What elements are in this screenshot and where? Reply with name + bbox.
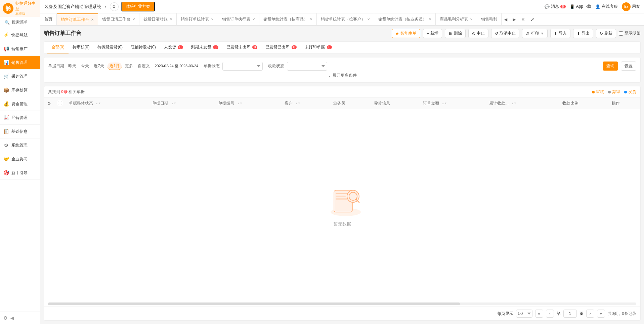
date-quick-today[interactable]: 今天 bbox=[80, 63, 90, 70]
experience-button[interactable]: 体验行业方案 bbox=[121, 2, 155, 11]
tab-sales-exec[interactable]: 销售订单执行表 ✕ bbox=[218, 13, 259, 25]
tab-cash-reconcile[interactable]: 钱货日清对账 ✕ bbox=[139, 13, 177, 25]
tab-maximize-icon[interactable]: ⤢ bbox=[528, 17, 537, 22]
total-info: 共0页，0条记录 bbox=[608, 311, 636, 317]
filter-tab-shop-pending[interactable]: 旺铺待发货(0) bbox=[127, 42, 160, 53]
sort-accumulated-icon[interactable]: ▲▼ bbox=[511, 102, 516, 105]
sort-customer-icon[interactable]: ▲▼ bbox=[295, 102, 300, 105]
print-button[interactable]: 🖨 打印 ▼ bbox=[522, 29, 548, 38]
sidebar-settings-icon[interactable]: ⚙ bbox=[3, 315, 8, 321]
refresh-button[interactable]: ↻ 刷新 bbox=[596, 29, 616, 38]
tab-sales-by-product[interactable]: 销货单统计表（按商品） ✕ bbox=[259, 13, 317, 25]
tab-sales-profit[interactable]: 销售毛利 bbox=[477, 13, 502, 25]
ship-action-btn[interactable]: 发货 bbox=[624, 89, 636, 95]
sort-status-icon[interactable]: ▲▼ bbox=[95, 102, 101, 105]
cancel-stop-button[interactable]: ↺ 取消中止 bbox=[491, 29, 519, 38]
sidebar-item-finance[interactable]: 💰 资金管理 bbox=[0, 97, 40, 111]
sidebar-item-operation[interactable]: 📈 经营管理 bbox=[0, 111, 40, 125]
page-next-btn[interactable]: › bbox=[586, 310, 594, 318]
message-btn[interactable]: 💬 消息 6 bbox=[545, 4, 566, 9]
sidebar-item-enterprise[interactable]: 🤝 企业协同 bbox=[0, 152, 40, 166]
select-all-checkbox[interactable] bbox=[58, 101, 62, 105]
stop-button[interactable]: ⊘ 中止 bbox=[468, 29, 488, 38]
filter-tab-unshipped[interactable]: 未发货 0 bbox=[160, 42, 187, 53]
show-detail-input[interactable] bbox=[619, 31, 623, 36]
tab-close-icon[interactable]: ✕ bbox=[470, 17, 473, 21]
filter-tab-pending-pick[interactable]: 待拣货发货(0) bbox=[93, 42, 127, 53]
sidebar-item-marketing[interactable]: 📢 营销推广 bbox=[0, 42, 40, 56]
expand-down-icon: ⌄ bbox=[328, 73, 331, 78]
sidebar-item-quick-nav[interactable]: ⚡ 快捷导航 bbox=[0, 28, 40, 42]
smart-create-button[interactable]: ★ 智能生单 bbox=[392, 29, 420, 38]
tab-close-icon[interactable]: ✕ bbox=[310, 17, 312, 21]
page-number-input[interactable] bbox=[563, 310, 577, 318]
export-button[interactable]: ⬆ 导出 bbox=[573, 29, 593, 38]
void-review-action-btn[interactable]: 弃审 bbox=[608, 89, 620, 95]
sidebar-item-system[interactable]: ⚙ 系统管理 bbox=[0, 138, 40, 152]
date-quick-7days[interactable]: 近7天 bbox=[92, 63, 105, 70]
page-first-btn[interactable]: « bbox=[535, 310, 543, 318]
show-detail-checkbox[interactable]: 显示明细 bbox=[619, 31, 641, 36]
tab-close-icon[interactable]: ✕ bbox=[132, 17, 135, 21]
filter-tab-pending-review[interactable]: 待审核(0) bbox=[69, 42, 94, 53]
tab-sales-stats[interactable]: 销售订单统计表 ✕ bbox=[177, 13, 218, 25]
delete-button[interactable]: 🗑 删除 bbox=[445, 29, 466, 38]
tab-close-icon[interactable]: ✕ bbox=[252, 17, 255, 21]
sidebar-item-tutorial[interactable]: 🎯 新手引导 bbox=[0, 166, 40, 180]
title-dropdown-icon[interactable]: ▼ bbox=[104, 5, 107, 8]
tab-close-icon[interactable]: ✕ bbox=[211, 17, 214, 21]
print-dropdown-icon[interactable]: ▼ bbox=[541, 32, 544, 35]
review-action-btn[interactable]: 审核 bbox=[592, 89, 604, 95]
settings-button[interactable]: 设置 bbox=[621, 62, 636, 71]
sort-date-icon[interactable]: ▲▼ bbox=[171, 102, 176, 105]
per-page-select[interactable]: 50 100 bbox=[516, 310, 532, 318]
scroll-thumb[interactable] bbox=[48, 302, 460, 305]
payment-select[interactable] bbox=[287, 62, 327, 71]
sort-amount-icon[interactable]: ▲▼ bbox=[442, 102, 447, 105]
add-button[interactable]: + 新增 bbox=[423, 29, 442, 38]
user-btn[interactable]: Ea 用友 bbox=[622, 2, 640, 11]
import-button[interactable]: ⬇ 导入 bbox=[550, 29, 570, 38]
tab-sales-by-salesman[interactable]: 销货单统计表（按业务员） ✕ bbox=[374, 13, 436, 25]
sidebar-item-inventory[interactable]: 📦 库存核算 bbox=[0, 83, 40, 97]
date-quick-1month[interactable]: 近1月 bbox=[108, 63, 122, 70]
date-quick-custom[interactable]: 自定义 bbox=[136, 63, 151, 70]
date-quick-more[interactable]: 更多 bbox=[124, 63, 134, 70]
tab-home[interactable]: 首页 bbox=[40, 13, 57, 25]
system-settings-icon[interactable]: ⚙ bbox=[110, 2, 119, 11]
tab-sales-by-customer[interactable]: 销货单统计表（按客户） ✕ bbox=[317, 13, 374, 25]
tab-gross-margin[interactable]: 商品毛利分析表 ✕ bbox=[436, 13, 477, 25]
app-download-btn[interactable]: 📱 App下载 bbox=[570, 4, 591, 9]
filter-tab-overdue-unshipped[interactable]: 到期未发货 0 bbox=[187, 42, 222, 53]
sidebar-collapse-icon[interactable]: ◀ bbox=[10, 315, 14, 321]
tab-close-icon[interactable]: ✕ bbox=[429, 17, 431, 21]
expand-more-btn[interactable]: ⌄ 展开更多条件 bbox=[48, 71, 636, 78]
tab-close-icon[interactable]: ✕ bbox=[170, 17, 172, 21]
filter-tab-all[interactable]: 全部(0) bbox=[47, 42, 69, 53]
page-prev-btn[interactable]: ‹ bbox=[546, 310, 554, 318]
filter-tab-unprinted[interactable]: 未打印单据 0 bbox=[301, 42, 336, 53]
horizontal-scrollbar[interactable] bbox=[48, 302, 636, 305]
tab-sales-order-workbench[interactable]: 销售订单工作台 ✕ bbox=[57, 13, 98, 25]
tab-cash-daily[interactable]: 钱货日清工作台 ✕ bbox=[98, 13, 139, 25]
th-config[interactable]: ⚙ bbox=[44, 98, 54, 109]
filter-tab-shipped-not-out[interactable]: 已发货未出库 0 bbox=[222, 42, 262, 53]
th-checkbox[interactable] bbox=[54, 98, 66, 109]
sidebar-item-basic-info[interactable]: 📋 基础信息 bbox=[0, 125, 40, 138]
th-number: 单据编号 ▲▼ bbox=[215, 98, 281, 109]
sidebar-item-sales[interactable]: 📊 销售管理 bbox=[0, 56, 40, 70]
page-last-btn[interactable]: » bbox=[597, 310, 605, 318]
tab-close-icon[interactable]: ✕ bbox=[91, 18, 94, 22]
tab-prev-icon[interactable]: ◀ bbox=[502, 17, 510, 22]
tab-close-all-icon[interactable]: ✕ bbox=[518, 17, 528, 22]
query-button[interactable]: 查询 bbox=[603, 62, 618, 71]
online-service-btn[interactable]: 👤 在线客服 bbox=[595, 4, 618, 9]
tab-close-icon[interactable]: ✕ bbox=[367, 17, 370, 21]
filter-tab-shipped-out[interactable]: 已发货已出库 0 bbox=[261, 42, 301, 53]
tab-next-icon[interactable]: ▶ bbox=[510, 17, 518, 22]
sort-number-icon[interactable]: ▲▼ bbox=[237, 102, 243, 105]
sidebar-item-search[interactable]: 🔍 搜索菜单 bbox=[0, 17, 40, 28]
sidebar-item-purchase[interactable]: 🛒 采购管理 bbox=[0, 70, 40, 83]
status-select[interactable] bbox=[222, 62, 263, 71]
date-quick-yesterday[interactable]: 昨天 bbox=[67, 63, 78, 70]
